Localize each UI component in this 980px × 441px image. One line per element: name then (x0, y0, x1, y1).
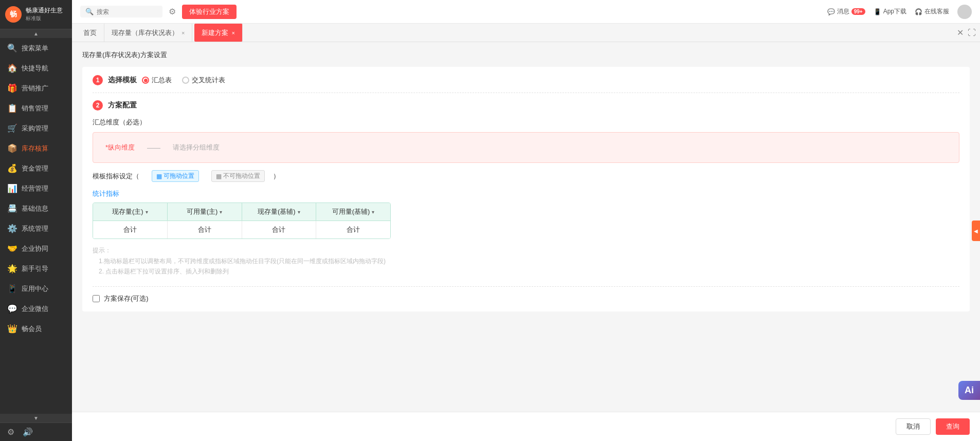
sidebar-item-operations[interactable]: 📊 经营管理 (0, 178, 72, 198)
sidebar-item-membership[interactable]: 👑 畅会员 (0, 319, 72, 339)
radio-cross[interactable]: 交叉统计表 (182, 76, 225, 85)
online-service-button[interactable]: 🎧 在线客服 (915, 7, 949, 16)
sidebar-item-label: 搜索菜单 (22, 44, 48, 53)
sidebar-item-label: 快捷导航 (22, 64, 48, 73)
col4-header[interactable]: 可用量(基辅) ▾ (316, 203, 390, 220)
sidebar-bottom: ⚙ 🔊 (0, 422, 72, 441)
query-button[interactable]: 查询 (936, 418, 970, 435)
save-label: 方案保存(可选) (104, 294, 149, 303)
indicator-non-draggable-label: 不可拖动位置 (223, 172, 260, 180)
tab-new-scheme[interactable]: 新建方案 × (194, 24, 242, 42)
sidebar-item-label: 新手引导 (22, 264, 48, 273)
sidebar-item-label: 企业协同 (22, 244, 48, 253)
save-checkbox[interactable] (93, 295, 100, 302)
sidebar-item-sales[interactable]: 📋 销售管理 (0, 98, 72, 118)
home-icon: 🏠 (7, 63, 17, 73)
dimension-required-label: *纵向维度 (105, 143, 135, 152)
cancel-button[interactable]: 取消 (896, 418, 931, 435)
col3-chevron[interactable]: ▾ (298, 209, 300, 215)
sidebar-item-app-center[interactable]: 📱 应用中心 (0, 279, 72, 299)
tip2: 2. 点击标题栏下拉可设置排序、插入列和删除列 (93, 267, 959, 276)
settings-icon[interactable]: ⚙ (7, 427, 14, 437)
col4-chevron[interactable]: ▾ (372, 209, 374, 215)
stats-title: 统计指标 (93, 189, 959, 198)
right-edge-scroll[interactable]: ◀ (972, 220, 980, 241)
col3-header[interactable]: 现存量(基辅) ▾ (242, 203, 317, 220)
col3-body: 合计 (242, 220, 317, 238)
message-icon: 💬 (827, 8, 835, 15)
sidebar-scroll-down[interactable]: ▼ (0, 414, 72, 422)
online-service-label: 在线客服 (924, 7, 949, 16)
col1-footer-label: 合计 (123, 225, 137, 234)
sidebar-item-label: 畅会员 (22, 324, 42, 334)
radio-summary-indicator (142, 77, 149, 84)
cart-icon: 🛒 (7, 123, 17, 133)
sidebar-item-cooperation[interactable]: 🤝 企业协同 (0, 238, 72, 259)
sidebar-item-finance[interactable]: 💰 资金管理 (0, 158, 72, 178)
step2-title: 方案配置 (108, 101, 137, 110)
dimension-area[interactable]: *纵向维度 —— 请选择分组维度 (93, 132, 959, 163)
indicator-draggable-badge: ▦ 可拖动位置 (152, 170, 199, 182)
indicator-close-bracket: ） (273, 172, 280, 181)
stats-table: 现存量(主) ▾ 可用量(主) ▾ 现存量(基辅) ▾ (93, 203, 391, 239)
tab-inventory-status[interactable]: 现存量（库存状况表） × (104, 24, 192, 42)
app-download-label: App下载 (883, 7, 906, 16)
star-icon: 🌟 (7, 264, 17, 273)
sidebar-item-purchase[interactable]: 🛒 采购管理 (0, 118, 72, 138)
tab-home[interactable]: 首页 (76, 24, 104, 42)
topbar: 🔍 ⚙ 体验行业方案 💬 消息 99+ 📱 App下载 🎧 在线客服 (72, 0, 980, 24)
search-icon: 🔍 (85, 8, 94, 15)
speaker-icon[interactable]: 🔊 (23, 427, 33, 437)
sidebar-item-marketing[interactable]: 🎁 营销推广 (0, 78, 72, 98)
search-input[interactable] (97, 8, 157, 15)
step1-title: 选择模板 (108, 76, 137, 85)
tips-title: 提示： (93, 246, 959, 255)
col4-header-label: 可用量(基辅) (332, 207, 370, 216)
topbar-search[interactable]: 🔍 (80, 6, 162, 17)
sidebar-item-guide[interactable]: 🌟 新手引导 (0, 259, 72, 279)
plan-config: 汇总维度（必选） *纵向维度 —— 请选择分组维度 模板指标设定（ ▦ 可拖动位… (93, 118, 959, 276)
tabs-bar: 首页 现存量（库存状况表） × 新建方案 × ✕ ⛶ (72, 24, 980, 42)
tab-close-all-button[interactable]: ✕ (957, 28, 964, 38)
gear-icon[interactable]: ⚙ (169, 7, 176, 16)
draggable-icon: ▦ (156, 173, 162, 180)
sidebar-item-quick-nav[interactable]: 🏠 快捷导航 (0, 58, 72, 78)
gear-icon: ⚙️ (7, 224, 17, 233)
crown-icon: 👑 (7, 324, 17, 334)
sidebar: 畅 畅康通好生意 标准版 ▲ 🔍 搜索菜单 🏠 快捷导航 🎁 营销推广 📋 销售… (0, 0, 72, 441)
divider1 (93, 93, 959, 93)
sidebar-item-label: 采购管理 (22, 124, 48, 133)
tab-inventory-status-label: 现存量（库存状况表） (112, 28, 178, 38)
phone-icon: 📱 (874, 8, 881, 15)
col2-chevron[interactable]: ▾ (220, 209, 222, 215)
tab-expand-button[interactable]: ⛶ (968, 28, 976, 38)
card-icon: 📇 (7, 204, 17, 213)
radio-summary[interactable]: 汇总表 (142, 76, 172, 85)
tab-inventory-status-close[interactable]: × (182, 30, 185, 36)
user-avatar[interactable] (957, 5, 972, 19)
sidebar-item-wechat[interactable]: 💬 企业微信 (0, 299, 72, 319)
sidebar-item-system[interactable]: ⚙️ 系统管理 (0, 218, 72, 238)
tab-home-label: 首页 (83, 28, 97, 38)
app-download-button[interactable]: 📱 App下载 (874, 7, 906, 16)
col2-header[interactable]: 可用量(主) ▾ (168, 203, 242, 220)
ai-badge[interactable]: Ai (958, 381, 980, 400)
col1-header[interactable]: 现存量(主) ▾ (93, 203, 168, 220)
col3-footer-label: 合计 (272, 225, 285, 234)
tips-section: 提示： 1.拖动标题栏可以调整布局，不可跨维度或指标区域拖动任目字段(只能在同一… (93, 246, 959, 276)
tab-new-scheme-close[interactable]: × (231, 30, 234, 36)
phone-icon: 📱 (7, 284, 17, 293)
sidebar-scroll-up[interactable]: ▲ (0, 29, 72, 38)
col2-body: 合计 (168, 220, 242, 238)
sidebar-nav: 🔍 搜索菜单 🏠 快捷导航 🎁 营销推广 📋 销售管理 🛒 采购管理 📦 库存核… (0, 38, 72, 414)
messages-button[interactable]: 💬 消息 99+ (827, 7, 865, 16)
sidebar-item-search-menu[interactable]: 🔍 搜索菜单 (0, 38, 72, 58)
stats-table-header: 现存量(主) ▾ 可用量(主) ▾ 现存量(基辅) ▾ (93, 203, 390, 220)
gift-icon: 🎁 (7, 83, 17, 93)
stats-table-body: 合计 合计 合计 合计 (93, 220, 390, 238)
sidebar-item-inventory[interactable]: 📦 库存核算 (0, 138, 72, 158)
col1-chevron[interactable]: ▾ (146, 209, 148, 215)
sidebar-item-basic-info[interactable]: 📇 基础信息 (0, 198, 72, 218)
trial-button[interactable]: 体验行业方案 (182, 5, 237, 19)
indicator-draggable-label: 可拖动位置 (164, 172, 194, 180)
